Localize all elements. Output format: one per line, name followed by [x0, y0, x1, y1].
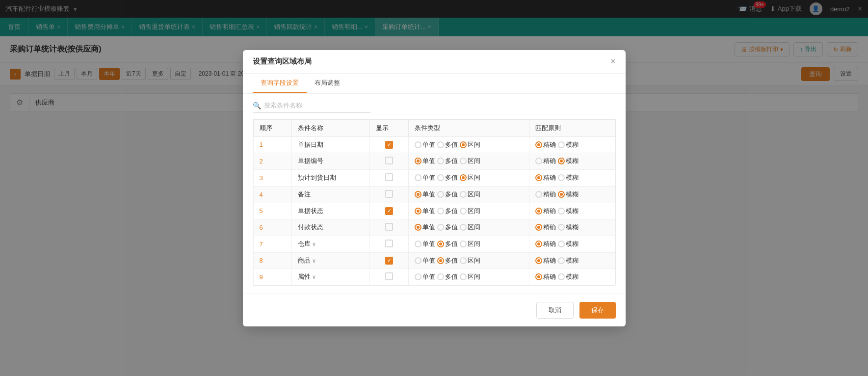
cell-display[interactable] [370, 186, 409, 203]
cell-cond-name: 仓库 ∨ [292, 236, 370, 252]
radio-range-icon [460, 191, 467, 198]
modal-tab-query-fields[interactable]: 查询字段设置 [253, 74, 307, 93]
cond-type-range[interactable]: 区间 [460, 256, 480, 265]
config-table-scroll: 顺序 条件名称 显示 条件类型 匹配原则 1单据日期单值多值区间精确模糊2单据编… [253, 119, 616, 286]
cell-cond-type: 单值多值区间 [409, 285, 529, 286]
cond-type-single[interactable]: 单值 [415, 272, 435, 281]
cell-cond-name: 预计到货日期 [292, 169, 370, 186]
cell-display[interactable] [370, 153, 409, 169]
cond-type-multi[interactable]: 多值 [437, 190, 458, 199]
modal-close-button[interactable]: × [610, 57, 616, 66]
cond-type-multi[interactable]: 多值 [437, 272, 458, 281]
radio-match-exact-label: 精确 [543, 157, 556, 165]
match-exact[interactable]: 精确 [535, 207, 556, 215]
match-exact[interactable]: 精确 [535, 256, 556, 265]
cond-type-single[interactable]: 单值 [415, 207, 435, 215]
cond-type-multi[interactable]: 多值 [437, 173, 458, 182]
cond-type-range[interactable]: 区间 [460, 190, 480, 199]
cond-type-single[interactable]: 单值 [415, 240, 435, 248]
match-fuzzy[interactable]: 模糊 [558, 157, 579, 165]
order-number: 2 [260, 158, 263, 165]
table-row: 7仓库 ∨单值多值区间精确模糊 [253, 236, 615, 252]
cell-display[interactable] [370, 169, 409, 186]
cond-type-multi[interactable]: 多值 [437, 207, 458, 215]
th-display: 显示 [370, 119, 409, 136]
radio-multi-label: 多值 [445, 256, 458, 265]
cond-type-single[interactable]: 单值 [415, 173, 435, 182]
cond-type-single[interactable]: 单值 [415, 140, 435, 149]
cond-type-multi[interactable]: 多值 [437, 140, 458, 149]
radio-multi-icon [437, 174, 444, 181]
cond-type-single[interactable]: 单值 [415, 256, 435, 265]
cond-type-multi[interactable]: 多值 [437, 223, 458, 232]
cell-match-rule: 精确模糊 [529, 285, 615, 286]
table-row: 2单据编号单值多值区间精确模糊 [253, 153, 615, 169]
radio-range-icon [460, 273, 467, 280]
display-checkbox[interactable] [385, 190, 393, 198]
cond-type-single[interactable]: 单值 [415, 190, 435, 199]
radio-single-icon [415, 141, 421, 148]
match-fuzzy[interactable]: 模糊 [558, 173, 579, 182]
display-checkbox[interactable] [385, 207, 393, 215]
cell-display[interactable] [370, 285, 409, 286]
cond-type-range[interactable]: 区间 [460, 207, 480, 215]
cond-type-range[interactable]: 区间 [460, 240, 480, 248]
cell-cond-name: 单据状态 [292, 203, 370, 219]
cell-match-rule: 精确模糊 [529, 219, 615, 236]
cell-display[interactable] [370, 219, 409, 236]
radio-match-fuzzy-icon [558, 241, 565, 247]
radio-multi-label: 多值 [445, 140, 458, 149]
display-checkbox[interactable] [385, 257, 393, 265]
match-exact[interactable]: 精确 [535, 173, 556, 182]
cond-type-single[interactable]: 单值 [415, 157, 435, 165]
cond-type-single[interactable]: 单值 [415, 223, 435, 232]
match-fuzzy[interactable]: 模糊 [558, 256, 579, 265]
match-exact[interactable]: 精确 [535, 190, 556, 199]
display-checkbox[interactable] [385, 173, 393, 181]
order-number: 6 [260, 224, 263, 231]
cond-type-range[interactable]: 区间 [460, 173, 480, 182]
cell-order: 8 [253, 252, 292, 269]
radio-match-exact-label: 精确 [543, 173, 556, 182]
match-fuzzy[interactable]: 模糊 [558, 140, 579, 149]
display-checkbox[interactable] [385, 272, 393, 280]
cell-display[interactable] [370, 236, 409, 252]
modal-tab-layout[interactable]: 布局调整 [307, 74, 348, 93]
match-fuzzy[interactable]: 模糊 [558, 223, 579, 232]
display-checkbox[interactable] [385, 157, 393, 164]
cell-display[interactable] [370, 269, 409, 285]
radio-multi-label: 多值 [445, 207, 458, 215]
match-fuzzy[interactable]: 模糊 [558, 272, 579, 281]
cond-type-range[interactable]: 区间 [460, 223, 480, 232]
radio-range-label: 区间 [468, 157, 480, 165]
match-exact[interactable]: 精确 [535, 140, 556, 149]
cond-type-range[interactable]: 区间 [460, 272, 480, 281]
radio-single-label: 单值 [422, 140, 435, 149]
order-number: 9 [260, 273, 263, 281]
radio-single-icon [415, 257, 421, 264]
cond-type-multi[interactable]: 多值 [437, 240, 458, 248]
match-fuzzy[interactable]: 模糊 [558, 240, 579, 248]
cell-display[interactable] [370, 136, 409, 153]
radio-match-fuzzy-label: 模糊 [566, 272, 579, 281]
radio-multi-label: 多值 [445, 272, 458, 281]
match-exact[interactable]: 精确 [535, 272, 556, 281]
display-checkbox[interactable] [385, 223, 393, 231]
cancel-button[interactable]: 取消 [536, 302, 574, 319]
display-checkbox[interactable] [385, 141, 393, 149]
save-button[interactable]: 保存 [579, 302, 616, 319]
match-fuzzy[interactable]: 模糊 [558, 207, 579, 215]
match-fuzzy[interactable]: 模糊 [558, 190, 579, 199]
radio-single-icon [415, 241, 421, 247]
cond-type-multi[interactable]: 多值 [437, 157, 458, 165]
cell-display[interactable] [370, 252, 409, 269]
cond-type-multi[interactable]: 多值 [437, 256, 458, 265]
match-exact[interactable]: 精确 [535, 157, 556, 165]
match-exact[interactable]: 精确 [535, 223, 556, 232]
display-checkbox[interactable] [385, 240, 393, 247]
cond-type-range[interactable]: 区间 [460, 157, 480, 165]
search-input[interactable] [264, 102, 352, 109]
cell-display[interactable] [370, 203, 409, 219]
cond-type-range[interactable]: 区间 [460, 140, 480, 149]
match-exact[interactable]: 精确 [535, 240, 556, 248]
